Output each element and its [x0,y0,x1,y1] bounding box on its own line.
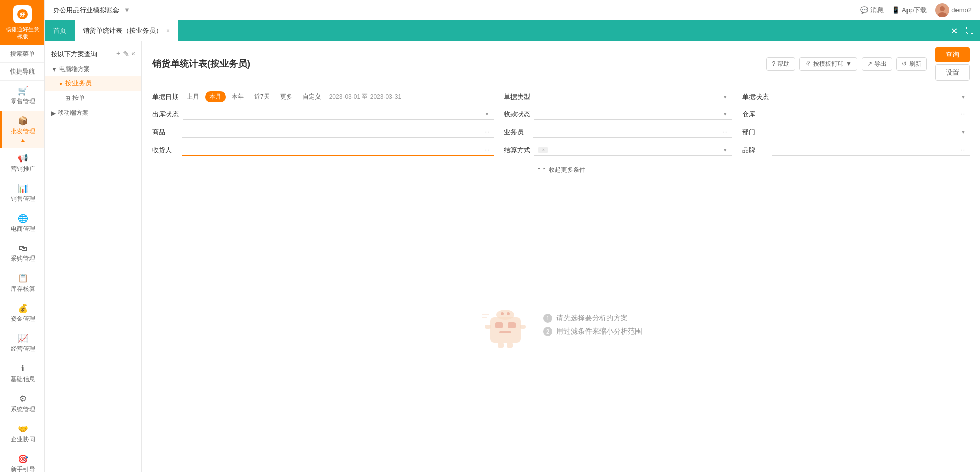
brand-dots-icon: ··· [961,146,966,153]
brand-label: 品牌 [742,146,768,155]
date-tab-thismonth[interactable]: 本月 [205,91,226,102]
sidebar-item-label: 新手引导 [11,465,35,472]
salesperson-dots-icon: ··· [723,128,728,135]
date-tab-more[interactable]: 更多 [276,91,297,102]
settings-button[interactable]: 设置 [935,64,970,81]
bill-status-select[interactable]: ▼ [773,92,970,102]
brand-select[interactable]: ··· [772,144,970,156]
filter-row-4: 收货人 ··· 结算方式 × ▼ [152,144,970,156]
tab-label: 销货单统计表（按业务员） [83,26,162,35]
goods-select[interactable]: ··· [182,126,494,138]
sidebar-item-system[interactable]: ⚙ 系统管理 [0,389,44,419]
filter-brand: 品牌 ··· [742,144,970,156]
scheme-group-mobile-title[interactable]: ▶ 移动端方案 [45,107,141,120]
date-tab-custom[interactable]: 自定义 [299,91,325,102]
department-select[interactable]: ▼ [772,127,970,137]
sidebar-item-retail[interactable]: 🛒 零售管理 [0,81,44,111]
scheme-sub-label: 按单 [72,93,85,102]
collapse-button[interactable]: ⌃⌃ 收起更多条件 [536,166,585,174]
current-account[interactable]: 办公用品行业模拟账套 [53,6,119,15]
sidebar-item-operation[interactable]: 📈 经营管理 [0,328,44,359]
query-button[interactable]: 查询 [935,47,970,62]
settlement-tag-close-icon[interactable]: × [542,147,545,153]
logo-icon: 好 [13,5,32,23]
sidebar-item-purchase[interactable]: 🛍 采购管理 [0,239,44,268]
filter-warehouse: 仓库 ··· [742,108,970,120]
export-button[interactable]: ↗ 导出 [862,57,892,71]
sidebar-item-finance[interactable]: 💰 资金管理 [0,298,44,328]
dropdown-arrow-icon[interactable]: ▼ [124,6,130,14]
collapse-panel-icon[interactable]: « [131,49,135,59]
sidebar-item-marketing[interactable]: 📢 营销推广 [0,148,44,178]
scheme-item-label: 按业务员 [65,79,92,88]
scheme-group-desktop: ▼ 电脑端方案 ● 按业务员 ⊞ 按单 [45,63,141,105]
help-button[interactable]: ? 帮助 [766,57,795,71]
payment-label: 收款状态 [504,110,530,119]
scheme-group-desktop-title[interactable]: ▼ 电脑端方案 [45,63,141,76]
topbar-left: 办公用品行业模拟账套 ▼ [53,6,130,15]
sidebar-item-newbie[interactable]: 🎯 新手引导 [0,449,44,472]
svg-rect-8 [499,331,511,333]
app-download-label: App下载 [902,6,927,15]
user-menu[interactable]: demo2 [935,3,972,17]
shortcut-nav[interactable]: 快捷导航 [0,63,44,81]
tip-text-1: 请先选择要分析的方案 [556,314,628,323]
right-panel: 销货单统计表(按业务员) ? 帮助 🖨 按模板打印 ▼ ↗ 导出 [142,41,980,472]
app-download-btn[interactable]: 📱 App下载 [892,6,927,15]
payment-select[interactable]: ▼ [534,109,731,120]
tab-home[interactable]: 首页 [45,20,75,41]
scheme-item-by-salesperson[interactable]: ● 按业务员 [45,76,141,91]
filter-payment: 收款状态 ▼ [504,109,731,120]
search-menu[interactable]: 搜索菜单 [0,45,44,63]
system-icon: ⚙ [19,394,27,404]
svg-point-3 [940,6,945,11]
sidebar-item-enterprise[interactable]: 🤝 企业协同 [0,419,44,449]
warehouse-select[interactable]: ··· [772,108,970,120]
date-tabs: 上月 本月 本年 近7天 更多 自定义 [183,91,325,102]
sidebar-item-inventory[interactable]: 📋 库存核算 [0,268,44,298]
tab-maximize-icon[interactable]: ⛶ [964,24,976,37]
date-tab-7days[interactable]: 近7天 [250,91,274,102]
tab-sales-stat[interactable]: 销货单统计表（按业务员） × [75,20,178,41]
print-button[interactable]: 🖨 按模板打印 ▼ [799,57,857,71]
empty-tip-2: 2 用过滤条件来缩小分析范围 [543,327,642,336]
filter-bill-type: 单据类型 ▼ [504,92,731,102]
bill-status-arrow-icon: ▼ [961,94,966,100]
date-tab-lastmonth[interactable]: 上月 [183,91,203,102]
refresh-button[interactable]: ↺ 刷新 [896,57,927,71]
message-btn[interactable]: 💬 消息 [860,6,884,15]
sidebar-item-sales[interactable]: 📊 销售管理 [0,178,44,208]
edit-scheme-icon[interactable]: ✎ [122,49,129,59]
purchase-icon: 🛍 [19,244,27,253]
tip-num-2: 2 [543,327,552,336]
svg-rect-10 [520,325,526,329]
svg-point-15 [507,312,510,315]
tab-close-icon[interactable]: × [166,27,170,34]
empty-illustration [480,299,531,350]
left-panel-title: 按以下方案查询 + ✎ « [45,47,141,63]
app-logo[interactable]: 好 畅捷通好生意 标版 [0,0,44,45]
bill-type-select[interactable]: ▼ [534,92,731,102]
outbound-select[interactable]: ▼ [183,109,494,120]
receiver-select[interactable]: ··· [182,144,494,156]
sidebar-item-ecommerce[interactable]: 🌐 电商管理 [0,208,44,239]
sidebar-item-wholesale[interactable]: 📦 批发管理 ▲ [0,111,44,148]
tab-close-window-icon[interactable]: ✕ [949,24,960,38]
salesperson-select[interactable]: ··· [533,126,731,138]
date-tab-thisyear[interactable]: 本年 [228,91,248,102]
group-label: 移动端方案 [58,109,88,117]
filter-area: 单据日期 上月 本月 本年 近7天 更多 自定义 2023-03-01 至 20… [142,85,980,162]
sidebar-item-label: 营销推广 [11,164,35,173]
help-icon: ? [772,60,775,67]
add-scheme-icon[interactable]: + [116,49,120,59]
sidebar: 好 畅捷通好生意 标版 搜索菜单 快捷导航 🛒 零售管理 📦 批发管理 ▲ 📢 … [0,0,45,472]
user-name: demo2 [951,6,972,14]
settlement-label: 结算方式 [504,146,530,155]
settlement-select[interactable]: × ▼ [534,145,731,156]
sidebar-item-base[interactable]: ℹ 基础信息 [0,359,44,389]
scheme-item-by-order[interactable]: ⊞ 按单 [45,91,141,105]
sidebar-item-label: 基础信息 [11,375,35,384]
operation-icon: 📈 [18,334,28,343]
expand-arrow: ▲ [20,137,26,143]
goods-dots-icon: ··· [484,128,489,135]
